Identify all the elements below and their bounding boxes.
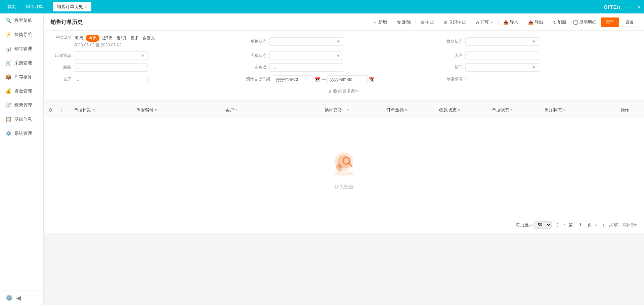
base-info-icon: 📋 [5, 116, 12, 122]
sidebar-settings-btn[interactable]: ⚙️ [5, 294, 13, 302]
sidebar-collapse-btn[interactable]: ◀ [16, 294, 21, 302]
doc-num-input[interactable] [465, 78, 539, 81]
page-total: 共0页，0条记录 [609, 222, 637, 228]
tab-sales-order-label: 销售订单 [26, 4, 43, 10]
sidebar-item-system-mgmt[interactable]: ⚙️ 系统管理 [0, 126, 43, 141]
warehouse-input[interactable]: ... [74, 75, 148, 83]
tab-sales-order[interactable]: 销售订单 × [22, 2, 51, 11]
display-cols-label: 显示明细 [579, 19, 597, 25]
date-7days[interactable]: 近7天 [101, 35, 114, 42]
doc-status-select[interactable]: ▼ [269, 37, 343, 46]
column-settings-icon[interactable]: ⚙ [48, 107, 53, 113]
stop-label: 中止 [425, 19, 434, 25]
tab-sales-order-history[interactable]: 销售订单历史 × [53, 2, 91, 11]
date-1month[interactable]: 近1月 [115, 35, 128, 42]
sidebar-item-inventory[interactable]: 📦 库存核算 [0, 70, 43, 84]
th-amount-label: 订单金额 [386, 107, 404, 113]
query-button[interactable]: 查询 [601, 17, 619, 27]
payment-status-select[interactable]: ▼ [465, 37, 539, 46]
window-maximize[interactable]: □ [632, 4, 634, 9]
page-next-btn[interactable]: › [593, 222, 599, 228]
filter-delivery-date-group: 预计交货日期 📅 — 📅 [246, 75, 441, 83]
delivery-date-start-input[interactable] [273, 75, 313, 83]
calendar-start-icon[interactable]: 📅 [314, 77, 320, 82]
page-prev-btn[interactable]: ‹ [561, 222, 567, 228]
brand-label: OfTEn [604, 4, 620, 10]
date-today[interactable]: 今天 [86, 35, 99, 42]
collapse-label: 收起更多条件 [333, 88, 359, 94]
th-date-label: 单据日期 [74, 107, 91, 113]
sidebar-item-search-menu[interactable]: 🔍 搜索菜单 [0, 13, 43, 28]
complete-status-select[interactable]: ▼ [269, 51, 343, 60]
page-last-btn[interactable]: ⟩ [600, 222, 606, 228]
th-num[interactable]: 单据编号 ⇅ [133, 105, 222, 115]
collapse-btn[interactable]: ∧ 收起更多条件 [329, 88, 359, 94]
sidebar-item-base-info[interactable]: 📋 基础信息 [0, 112, 43, 126]
th-delivery[interactable]: 预计交货... ⇅ [321, 105, 383, 115]
table-header: ⚙ 单据日期 ⇅ 单据编号 ⇅ 客户 ⇅ 预计交货... [44, 102, 644, 118]
filter-dept-group: 部门 ▼ [442, 63, 637, 72]
tab-home[interactable]: 首页 [3, 4, 20, 10]
settings-th[interactable]: ⚙ [44, 105, 57, 115]
delivery-date-end-input[interactable] [327, 75, 368, 83]
new-button[interactable]: ＋ 新增 [370, 18, 390, 27]
th-doc-status[interactable]: 单据状态 ⇅ [488, 105, 541, 115]
th-out-status[interactable]: 出库状态 ⇅ [541, 105, 617, 115]
th-pay-status[interactable]: 收款状态 ⇅ [436, 105, 488, 115]
th-out-status-sort-icon: ⇅ [563, 108, 566, 112]
window-minimize[interactable]: ─ [626, 4, 629, 9]
table-area: ⚙ 单据日期 ⇅ 单据编号 ⇅ 客户 ⇅ 预计交货... [44, 102, 644, 217]
empty-state: 暂无数据 [44, 118, 644, 217]
salesman-input[interactable]: ... [269, 63, 343, 72]
tab-sales-order-history-close[interactable]: × [85, 4, 87, 9]
display-cols-checkbox[interactable] [573, 20, 578, 25]
sidebar-item-finance[interactable]: 💰 资金管理 [0, 84, 43, 98]
page-title-row: 销售订单历史 ＋ 新增 🗑 删除 ⊘ 中止 [50, 17, 637, 27]
purchase-mgmt-icon: 🛒 [5, 60, 12, 66]
out-status-select[interactable]: ▼ [74, 51, 148, 60]
per-page-select[interactable]: 50 10 20 100 [534, 221, 552, 229]
th-delivery-sort-icon: ⇅ [346, 108, 349, 112]
page-number-input[interactable] [574, 222, 586, 228]
th-amount[interactable]: 订单金额 ⇅ [383, 105, 436, 115]
product-label: 商品 [50, 65, 74, 70]
customer-label: 客户 [442, 53, 465, 59]
th-amount-sort-icon: ⇅ [405, 108, 407, 112]
refresh-button[interactable]: ↻ 刷新 [550, 18, 569, 27]
sidebar-item-operation[interactable]: 📈 经营管理 [0, 98, 43, 112]
divider-4 [471, 20, 471, 25]
sidebar-item-quick-nav[interactable]: ⚡ 快捷导航 [0, 28, 43, 42]
delete-button[interactable]: 🗑 删除 [394, 18, 414, 27]
window-close[interactable]: ✕ [637, 4, 641, 9]
th-client[interactable]: 客户 ⇅ [222, 105, 321, 115]
page-first-btn[interactable]: ⟨ [554, 222, 560, 228]
sidebar-item-sales-mgmt-label: 销售管理 [14, 46, 32, 52]
calendar-end-icon[interactable]: 📅 [369, 77, 375, 82]
th-client-sort-icon: ⇅ [235, 108, 238, 112]
tab-sales-order-history-label: 销售订单历史 [57, 4, 83, 10]
settings-button[interactable]: 设置 [622, 18, 637, 27]
dept-select[interactable]: ▼ [465, 63, 539, 72]
product-input[interactable]: ... [74, 63, 148, 72]
date-custom[interactable]: 自定义 [141, 35, 156, 42]
sidebar-item-sales-mgmt[interactable]: 📊 销售管理 [0, 42, 43, 56]
select-all-checkbox[interactable] [61, 108, 66, 112]
complete-status-label: 完成状态 [246, 53, 269, 59]
divider-2 [416, 20, 416, 25]
th-delivery-label: 预计交货... [325, 107, 346, 113]
export-icon: 📤 [528, 20, 533, 25]
import-button[interactable]: 📥 导入 [501, 18, 521, 27]
sales-mgmt-icon: 📊 [5, 46, 12, 52]
date-more[interactable]: 更多 [129, 35, 140, 42]
cancel-stop-button[interactable]: ⊘ 取消中止 [441, 18, 469, 27]
th-date[interactable]: 单据日期 ⇅ [71, 105, 133, 115]
customer-input[interactable]: ... [465, 51, 539, 60]
th-doc-status-sort-icon: ⇅ [510, 108, 513, 112]
tab-sales-order-close[interactable]: × [45, 4, 47, 9]
stop-button[interactable]: ⊘ 中止 [418, 18, 437, 27]
print-button[interactable]: 🖨 打印 ▼ [473, 18, 496, 27]
export-button[interactable]: 📤 导出 [525, 18, 546, 27]
sidebar-item-purchase-mgmt[interactable]: 🛒 采购管理 [0, 56, 43, 70]
date-yesterday[interactable]: 昨天 [74, 35, 85, 42]
display-cols-checkbox-wrap[interactable]: 显示明细 [573, 19, 597, 25]
